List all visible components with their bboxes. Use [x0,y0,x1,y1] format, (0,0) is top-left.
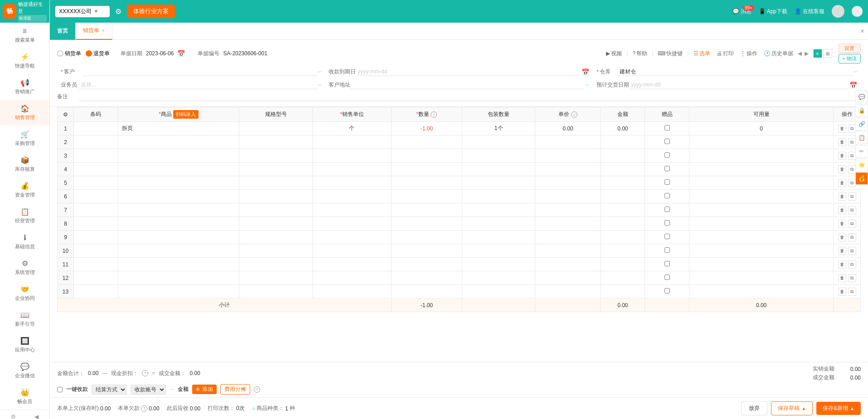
rfb-lock[interactable]: 🔒 [855,104,868,117]
row-delete-icon[interactable]: 🗑 [838,233,846,241]
row-unit-price[interactable] [535,203,601,217]
sidebar-settings-icon[interactable]: ⚙ [11,414,16,419]
row-barcode[interactable] [74,258,118,271]
row-copy-icon[interactable]: ⧉ [848,288,856,296]
due-date-input[interactable] [356,67,580,76]
rfb-link[interactable]: 🔗 [855,118,868,130]
row-unit[interactable] [312,203,391,217]
row-delete-icon[interactable]: 🗑 [838,220,846,228]
trial-button[interactable]: 体验行业方案 [127,5,175,18]
row-barcode[interactable] [74,135,118,149]
app-download-btn[interactable]: 📱 App下载 [759,8,787,15]
logistics-button[interactable]: + 物流 [839,54,861,63]
th-settings[interactable]: ⚙ [58,107,74,122]
row-spec[interactable] [239,217,312,231]
row-product[interactable] [118,271,239,285]
row-amount[interactable] [601,149,645,163]
row-amount[interactable] [601,203,645,217]
row-quantity[interactable]: -1.00 [391,122,462,135]
radio-sale[interactable]: 销货单 [57,50,81,58]
tab-sale-order[interactable]: 销货单 × [76,23,112,40]
row-gift[interactable] [645,231,689,244]
row-gift[interactable] [645,190,689,203]
row-copy-icon[interactable]: ⧉ [848,125,856,133]
row-pkg-qty[interactable] [462,231,535,244]
sidebar-item-wechat[interactable]: 💬 企业微信 [0,358,49,384]
row-delete-icon[interactable]: 🗑 [838,247,846,255]
customer-address-input[interactable] [350,81,585,89]
row-copy-icon[interactable]: ⧉ [848,152,856,160]
row-unit-price[interactable] [535,271,601,285]
user-avatar[interactable] [832,5,844,18]
row-gift[interactable] [645,122,689,135]
rfb-chat[interactable]: 💬 [855,91,868,103]
row-amount[interactable] [601,135,645,149]
row-unit-price[interactable] [535,231,601,244]
row-product[interactable] [118,244,239,258]
row-gift[interactable] [645,244,689,258]
row-quantity[interactable] [391,231,462,244]
row-unit[interactable] [312,285,391,299]
discount-info-icon[interactable]: ? [142,370,148,376]
online-service-btn[interactable]: 👤 在线客服 [795,8,824,15]
radio-return[interactable]: 退货单 [86,50,110,58]
row-barcode[interactable] [74,285,118,299]
row-unit-price[interactable] [535,135,601,149]
row-unit-price[interactable] [535,149,601,163]
row-unit[interactable] [312,149,391,163]
account-picker-icon[interactable]: ··· [170,387,174,392]
row-pkg-qty[interactable]: 1个 [462,122,535,135]
row-copy-icon[interactable]: ⧉ [848,165,856,173]
sidebar-item-base-info[interactable]: ℹ 基础信息 [0,229,49,255]
tab-close-icon[interactable]: × [102,28,105,33]
row-spec[interactable] [239,231,312,244]
row-copy-icon[interactable]: ⧉ [848,206,856,214]
row-pkg-qty[interactable] [462,244,535,258]
row-delete-icon[interactable]: 🗑 [838,138,846,146]
row-quantity[interactable] [391,271,462,285]
row-pkg-qty[interactable] [462,176,535,190]
row-delete-icon[interactable]: 🗑 [838,165,846,173]
row-delete-icon[interactable]: 🗑 [838,206,846,214]
row-pkg-qty[interactable] [462,217,535,231]
row-spec[interactable] [239,271,312,285]
row-quantity[interactable] [391,217,462,231]
row-unit[interactable] [312,244,391,258]
row-quantity[interactable] [391,176,462,190]
row-unit-price[interactable] [535,176,601,190]
row-unit-price[interactable] [535,217,601,231]
row-spec[interactable] [239,149,312,163]
sidebar-item-marketing[interactable]: 📢 营销推广 [0,74,49,100]
row-copy-icon[interactable]: ⧉ [848,179,856,187]
row-product[interactable] [118,203,239,217]
outstanding-info-icon[interactable]: ? [141,405,147,412]
row-barcode[interactable] [74,203,118,217]
close-all-tabs-icon[interactable]: × [860,27,864,35]
rfb-edit[interactable]: ✏ [855,145,868,158]
date-calendar-icon[interactable]: 📅 [177,50,185,57]
row-unit-price[interactable] [535,190,601,203]
row-product[interactable] [118,217,239,231]
row-spec[interactable] [239,258,312,271]
row-delete-icon[interactable]: 🗑 [838,193,846,201]
row-unit-price[interactable] [535,258,601,271]
customer-address-picker-icon[interactable]: ··· [586,82,589,87]
remarks-input[interactable] [79,92,861,101]
sidebar-collapse-icon[interactable]: ◀ [34,414,39,419]
save-draft-button[interactable]: 保存草稿 ▲ [771,401,813,415]
row-unit[interactable] [312,258,391,271]
row-quantity[interactable] [391,285,462,299]
row-spec[interactable] [239,244,312,258]
row-product[interactable] [118,135,239,149]
sidebar-item-quick-nav[interactable]: ⚡ 快捷导航 [0,48,49,74]
sidebar-item-purchase[interactable]: 🛒 采购管理 [0,125,49,151]
row-quantity[interactable] [391,203,462,217]
save-new-button[interactable]: 保存&新增 ▲ [816,402,861,415]
row-copy-icon[interactable]: ⧉ [848,220,856,228]
company-selector[interactable]: XXXXXX公司 ▼ [55,6,110,17]
row-pkg-qty[interactable] [462,149,535,163]
scan-button[interactable]: 扫码录入 [173,110,199,119]
row-amount[interactable] [601,217,645,231]
row-barcode[interactable] [74,163,118,176]
row-delete-icon[interactable]: 🗑 [838,179,846,187]
